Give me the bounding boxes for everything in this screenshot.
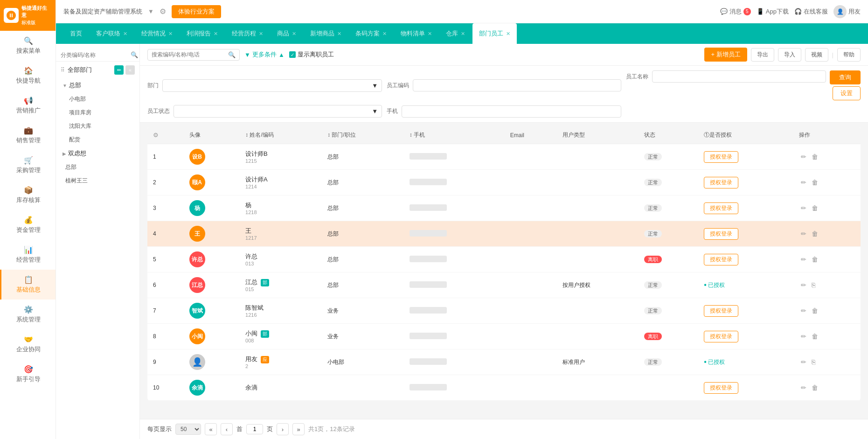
sidebar-item-guide[interactable]: 🎯 新手引导: [0, 359, 56, 389]
dept-search-input[interactable]: [61, 52, 131, 58]
export-btn[interactable]: 导出: [751, 48, 774, 62]
edit-btn[interactable]: ✏: [799, 255, 808, 264]
tab-employees[interactable]: 部门员工✕: [472, 23, 517, 44]
tab-barcode[interactable]: 条码方案✕: [349, 23, 393, 44]
tab-warehouse[interactable]: 仓库✕: [439, 23, 472, 44]
user-action[interactable]: 👤 用友: [833, 5, 861, 18]
sidebar-item-search[interactable]: 🔍 搜索菜单: [0, 31, 56, 61]
auth-btn[interactable]: 授权登录: [704, 305, 738, 317]
edit-btn[interactable]: ✏: [799, 229, 808, 238]
auth-btn[interactable]: 授权登录: [704, 382, 738, 394]
col-name[interactable]: ↕ 姓名/编码: [240, 126, 322, 144]
close-icon[interactable]: ✕: [461, 31, 465, 37]
sidebar-item-collab[interactable]: 🤝 企业协同: [0, 329, 56, 359]
delete-btn[interactable]: 🗑: [810, 383, 820, 392]
auth-btn[interactable]: 授权登录: [704, 151, 738, 163]
prev-page-btn[interactable]: ‹: [221, 423, 233, 435]
tab-customer[interactable]: 客户联络✕: [90, 23, 134, 44]
tab-add-goods[interactable]: 新增商品✕: [304, 23, 348, 44]
dept-item-tree[interactable]: 植树王三: [56, 174, 139, 188]
more-conditions-btn[interactable]: ▼ 更多条件 ▲: [244, 50, 285, 59]
copy-btn[interactable]: ⎘: [810, 357, 817, 367]
delete-btn[interactable]: 🗑: [810, 306, 820, 315]
tab-business[interactable]: 经营情况✕: [135, 23, 179, 44]
auth-btn[interactable]: 授权登录: [704, 254, 738, 265]
dept-item-shenyang[interactable]: 沈阳大库: [56, 119, 139, 133]
dept-item-hq[interactable]: 总部: [56, 160, 139, 174]
edit-btn[interactable]: ✏: [799, 178, 808, 187]
close-icon[interactable]: ✕: [382, 31, 387, 37]
search-input[interactable]: [152, 51, 226, 58]
sidebar-item-purchase[interactable]: 🛒 采购管理: [0, 150, 56, 180]
edit-btn[interactable]: ✏: [799, 383, 808, 392]
app-download-action[interactable]: 📱 App下载: [757, 7, 789, 16]
dept-filter-select[interactable]: ▼: [162, 79, 382, 92]
dropdown-icon[interactable]: ▼: [148, 8, 154, 15]
query-btn[interactable]: 查询: [830, 70, 861, 84]
tab-bom[interactable]: 物料清单✕: [394, 23, 438, 44]
delete-btn[interactable]: 🗑: [810, 229, 820, 238]
dept-group-dual[interactable]: ▶ 双虑想: [56, 146, 139, 160]
show-resign-toggle[interactable]: ✓ 显示离职员工: [289, 50, 334, 59]
last-page-btn[interactable]: »: [292, 423, 305, 435]
page-input[interactable]: [246, 424, 263, 434]
auth-btn[interactable]: 授权登录: [704, 177, 738, 188]
delete-btn[interactable]: 🗑: [810, 255, 820, 264]
tab-home[interactable]: 首页: [63, 23, 89, 44]
col-phone[interactable]: ↕ 手机: [404, 126, 505, 144]
sidebar-item-marketing[interactable]: 📢 营销推广: [0, 91, 56, 120]
sidebar-item-sales[interactable]: 💼 销售管理: [0, 120, 56, 150]
phone-input[interactable]: [402, 105, 621, 118]
page-size-select[interactable]: 50 100: [175, 424, 201, 435]
sidebar-item-inventory[interactable]: 📦 库存核算: [0, 180, 56, 210]
copy-btn[interactable]: ⎘: [810, 280, 817, 290]
import-btn[interactable]: 导入: [778, 48, 801, 62]
auth-btn[interactable]: 授权登录: [704, 331, 738, 342]
col-dept[interactable]: ↕ 部门/职位: [322, 126, 404, 144]
sidebar-item-nav[interactable]: 🏠 快捷导航: [0, 61, 56, 91]
trial-btn[interactable]: 体验行业方案: [172, 5, 221, 18]
dept-item-delivery[interactable]: 配货: [56, 133, 139, 146]
close-icon[interactable]: ✕: [168, 31, 173, 37]
add-employee-btn[interactable]: + 新增员工: [704, 48, 747, 62]
auth-btn[interactable]: 授权登录: [704, 202, 738, 214]
next-page-btn[interactable]: ›: [277, 423, 289, 435]
dept-group-general[interactable]: ▼ 总部: [56, 78, 139, 92]
sidebar-item-finance[interactable]: 💰 资金管理: [0, 210, 56, 240]
edit-btn[interactable]: ✏: [799, 152, 808, 161]
all-dept-header[interactable]: ⠿ 全部部门 ✏ «: [56, 62, 139, 78]
tab-profit[interactable]: 利润报告✕: [180, 23, 224, 44]
close-icon[interactable]: ✕: [292, 31, 296, 37]
sidebar-item-system[interactable]: ⚙️ 系统管理: [0, 300, 56, 329]
view-btn[interactable]: 视频: [805, 48, 828, 62]
close-icon[interactable]: ✕: [428, 31, 432, 37]
online-service-action[interactable]: 🎧 在线客服: [794, 7, 828, 16]
edit-btn[interactable]: ✏: [799, 203, 808, 213]
tab-journey[interactable]: 经营历程✕: [225, 23, 270, 44]
sidebar-item-operations[interactable]: 📊 经营管理: [0, 240, 56, 270]
delete-btn[interactable]: 🗑: [810, 178, 820, 187]
delete-btn[interactable]: 🗑: [810, 152, 820, 161]
edit-btn[interactable]: ✏: [799, 306, 808, 315]
delete-btn[interactable]: 🗑: [810, 203, 820, 213]
first-page-btn[interactable]: «: [205, 423, 217, 435]
emp-name-input[interactable]: [652, 70, 826, 83]
message-action[interactable]: 💬 消息 5: [720, 7, 751, 16]
search-btn-icon[interactable]: 🔍: [228, 51, 236, 58]
help-btn[interactable]: 帮助: [837, 48, 861, 62]
emp-status-select[interactable]: ▼: [174, 105, 382, 118]
close-icon[interactable]: ✕: [123, 31, 127, 37]
emp-code-input[interactable]: [413, 79, 621, 91]
close-icon[interactable]: ✕: [506, 31, 510, 37]
delete-btn[interactable]: 🗑: [810, 332, 820, 341]
dept-item-small-elec[interactable]: 小电部: [56, 92, 139, 106]
auth-btn[interactable]: 授权登录: [704, 228, 738, 240]
edit-btn[interactable]: ✏: [799, 332, 808, 341]
close-icon[interactable]: ✕: [214, 31, 218, 37]
close-icon[interactable]: ✕: [259, 31, 263, 37]
dept-item-project[interactable]: 项目库房: [56, 106, 139, 119]
tab-goods[interactable]: 商品✕: [271, 23, 303, 44]
set-btn[interactable]: 设置: [833, 86, 861, 100]
close-icon[interactable]: ✕: [337, 31, 341, 37]
collapse-btn[interactable]: «: [125, 65, 135, 75]
